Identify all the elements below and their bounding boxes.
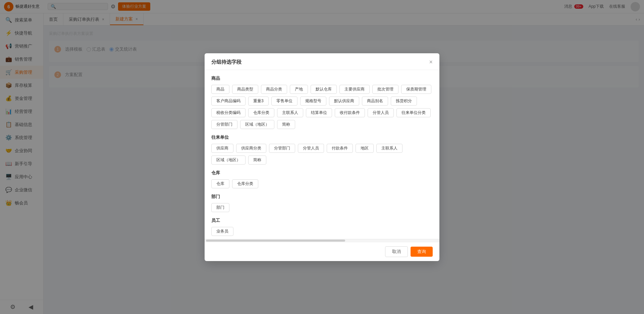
cancel-button[interactable]: 取消 <box>385 246 408 257</box>
field-tag-1-0[interactable]: 供应商 <box>211 144 233 153</box>
field-tag-4-0[interactable]: 业务员 <box>211 227 233 236</box>
field-tag-0-6[interactable]: 批次管理 <box>372 85 398 94</box>
field-tag-0-21[interactable]: 往来单位分类 <box>396 108 431 117</box>
modal-overlay: 分组待选字段 × 商品商品商品类型商品分类产地默认仓库主要供应商批次管理保质期管… <box>0 0 644 314</box>
modal-horizontal-scrollbar[interactable] <box>205 239 439 242</box>
field-tag-0-19[interactable]: 收付款条件 <box>335 108 365 117</box>
field-tag-0-5[interactable]: 主要供应商 <box>339 85 370 94</box>
field-section-1: 往来单位供应商供应商分类分管部门分管人员付款条件地区主联系人区域（地区）简称 <box>211 134 433 165</box>
section-title-3: 部门 <box>211 194 433 200</box>
modal-close-button[interactable]: × <box>429 59 433 66</box>
field-tag-0-8[interactable]: 客户商品编码 <box>211 97 246 106</box>
field-tag-0-7[interactable]: 保质期管理 <box>401 85 431 94</box>
section-title-0: 商品 <box>211 75 433 81</box>
modal-body: 商品商品商品类型商品分类产地默认仓库主要供应商批次管理保质期管理客户商品编码重量… <box>205 70 439 239</box>
hscroll-thumb[interactable] <box>206 240 345 242</box>
field-tags-4: 业务员 <box>211 227 433 236</box>
field-tags-0: 商品商品类型商品分类产地默认仓库主要供应商批次管理保质期管理客户商品编码重量3零… <box>211 85 433 129</box>
modal-header: 分组待选字段 × <box>205 53 439 70</box>
confirm-button[interactable]: 查询 <box>411 247 433 257</box>
field-tag-3-0[interactable]: 部门 <box>211 203 229 212</box>
field-tag-1-3[interactable]: 分管人员 <box>298 144 324 153</box>
field-tag-0-16[interactable]: 仓库分类 <box>248 108 274 117</box>
section-title-4: 员工 <box>211 217 433 224</box>
field-tag-0-2[interactable]: 商品分类 <box>261 85 287 94</box>
field-tags-1: 供应商供应商分类分管部门分管人员付款条件地区主联系人区域（地区）简称 <box>211 144 433 165</box>
modal-footer: 取消 查询 <box>205 242 439 261</box>
section-title-1: 往来单位 <box>211 134 433 140</box>
field-tag-2-0[interactable]: 仓库 <box>211 179 229 188</box>
field-tag-0-10[interactable]: 零售单位 <box>271 97 298 106</box>
field-tag-0-13[interactable]: 商品别名 <box>362 97 388 106</box>
field-tag-0-12[interactable]: 默认供应商 <box>329 97 359 106</box>
field-tag-0-18[interactable]: 结算单位 <box>306 108 332 117</box>
field-tag-0-3[interactable]: 产地 <box>290 85 308 94</box>
field-tag-1-5[interactable]: 地区 <box>356 144 374 153</box>
field-tag-1-8[interactable]: 简称 <box>248 155 266 165</box>
field-tag-1-1[interactable]: 供应商分类 <box>236 144 266 153</box>
field-section-0: 商品商品商品类型商品分类产地默认仓库主要供应商批次管理保质期管理客户商品编码重量… <box>211 75 433 129</box>
modal-title: 分组待选字段 <box>211 59 241 65</box>
section-title-2: 仓库 <box>211 170 433 176</box>
field-section-4: 员工业务员 <box>211 217 433 236</box>
field-tag-0-0[interactable]: 商品 <box>211 85 229 94</box>
field-tag-0-9[interactable]: 重量3 <box>248 97 269 106</box>
field-section-2: 仓库仓库仓库分类 <box>211 170 433 188</box>
field-select-modal: 分组待选字段 × 商品商品商品类型商品分类产地默认仓库主要供应商批次管理保质期管… <box>205 53 439 261</box>
field-tag-0-24[interactable]: 简称 <box>277 120 295 129</box>
field-tag-0-23[interactable]: 区域（地区） <box>240 120 274 129</box>
field-tag-2-1[interactable]: 仓库分类 <box>232 179 258 188</box>
field-tag-0-17[interactable]: 主联系人 <box>277 108 303 117</box>
field-tags-3: 部门 <box>211 203 433 212</box>
field-tag-0-15[interactable]: 税收分类编码 <box>211 108 246 117</box>
field-tag-0-1[interactable]: 商品类型 <box>232 85 258 94</box>
field-tag-0-20[interactable]: 分管人员 <box>368 108 394 117</box>
field-tags-2: 仓库仓库分类 <box>211 179 433 188</box>
field-tag-0-4[interactable]: 默认仓库 <box>311 85 337 94</box>
field-tag-1-7[interactable]: 区域（地区） <box>211 155 246 165</box>
field-tag-1-6[interactable]: 主联系人 <box>376 144 402 153</box>
field-tag-0-11[interactable]: 规格型号 <box>300 97 326 106</box>
field-tag-0-22[interactable]: 分管部门 <box>211 120 237 129</box>
field-tag-1-2[interactable]: 分管部门 <box>269 144 295 153</box>
field-tag-0-14[interactable]: 拣货积分 <box>391 97 417 106</box>
field-section-3: 部门部门 <box>211 194 433 212</box>
field-tag-1-4[interactable]: 付款条件 <box>327 144 353 153</box>
